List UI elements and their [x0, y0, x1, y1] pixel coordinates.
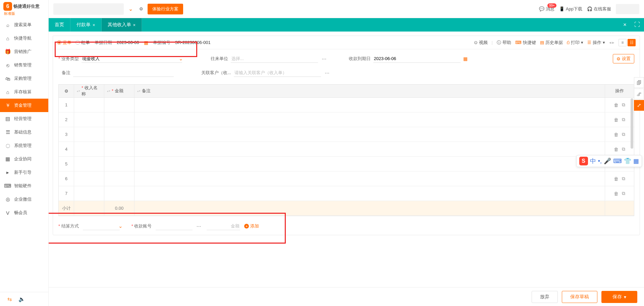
ime-toolbox-icon[interactable]: ▦ — [633, 157, 639, 165]
delete-icon[interactable]: 🗑 — [614, 117, 619, 122]
copy-icon[interactable]: ⧉ — [622, 191, 625, 196]
cell-amount[interactable] — [104, 127, 135, 142]
sidebar-item-basicinfo[interactable]: ☰基础信息 — [0, 125, 48, 139]
party-input[interactable] — [231, 55, 318, 63]
calendar-icon[interactable]: ▦ — [144, 40, 148, 45]
discard-button[interactable]: 放弃 — [532, 291, 558, 303]
fullscreen-button[interactable]: ⛶ — [631, 18, 643, 32]
sidebar-item-marketing[interactable]: 🎁营销推广 — [0, 45, 48, 58]
settle-method-input[interactable] — [83, 222, 120, 230]
table-row[interactable]: 4🗑⧉ — [59, 142, 634, 157]
sidebar-item-vip[interactable]: V畅会员 — [0, 206, 48, 219]
cell-amount[interactable] — [104, 112, 135, 127]
close-icon[interactable]: × — [133, 22, 136, 28]
next-button[interactable]: ▸ — [612, 40, 614, 45]
copy-icon[interactable]: ⧉ — [622, 146, 625, 152]
sidebar-item-inventory[interactable]: ⌂库存核算 — [0, 85, 48, 99]
biz-type-input[interactable] — [82, 55, 182, 63]
sidebar-item-operation[interactable]: ▤经营管理 — [0, 112, 48, 125]
calendar-icon[interactable]: ▦ — [463, 56, 468, 61]
delete-icon[interactable]: 🗑 — [614, 147, 619, 152]
history-link[interactable]: ▤历史单据 — [540, 40, 563, 46]
radio-red[interactable]: 红单 — [75, 40, 90, 46]
rail-note-button[interactable]: 🗐 — [634, 77, 644, 88]
cell-amount[interactable] — [104, 157, 135, 171]
cell-remark[interactable] — [135, 127, 605, 142]
video-link[interactable]: ⊙视频 — [474, 40, 488, 46]
gear-icon[interactable]: ⚙ — [64, 89, 68, 94]
settings-icon[interactable]: ⚙ — [138, 5, 145, 13]
sidebar-item-funds[interactable]: ￥资金管理 — [0, 99, 48, 112]
ime-keyboard-icon[interactable]: ⌨ — [613, 157, 622, 165]
delete-icon[interactable]: 🗑 — [614, 102, 619, 108]
cell-income-name[interactable] — [74, 157, 104, 171]
user-avatar[interactable] — [616, 4, 639, 14]
lookup-icon[interactable]: ··· — [321, 56, 328, 61]
lookup-icon[interactable]: ··· — [324, 70, 331, 75]
cell-remark[interactable] — [135, 142, 605, 156]
delete-icon[interactable]: 🗑 — [614, 176, 619, 182]
save-button[interactable]: 保存▾ — [601, 291, 637, 303]
sidebar-item-hardware[interactable]: ⌨智能硬件 — [0, 179, 48, 193]
sidebar-item-quicknav[interactable]: ⌂快捷导航 — [0, 32, 48, 45]
sidebar-item-search[interactable]: ⌕搜索菜单 — [0, 18, 48, 32]
sidebar-item-purchase[interactable]: 🛍采购管理 — [0, 72, 48, 85]
ime-lang-button[interactable]: 中 — [590, 157, 596, 165]
tab-other-income[interactable]: 其他收入单× — [102, 18, 142, 32]
cell-remark[interactable] — [135, 112, 605, 127]
cell-remark[interactable] — [135, 171, 605, 186]
copy-icon[interactable]: ⧉ — [622, 132, 625, 137]
messages-button[interactable]: 💬 消息 99+ — [539, 6, 554, 12]
chevron-down-icon[interactable]: ⌄ — [126, 6, 135, 12]
rel-customer-input[interactable] — [234, 69, 321, 77]
sound-icon[interactable]: 🔈 — [18, 296, 25, 302]
chevron-down-icon[interactable]: ⌄ — [118, 223, 123, 229]
cell-amount[interactable] — [104, 98, 135, 112]
tab-payment[interactable]: 付款单× — [70, 18, 102, 32]
table-row[interactable]: 3🗑⧉ — [59, 127, 634, 142]
sort-icon[interactable]: ▴▾ — [107, 90, 110, 92]
save-draft-button[interactable]: 保存草稿 — [562, 291, 597, 303]
lookup-icon[interactable]: ··· — [195, 224, 203, 229]
copy-icon[interactable]: ⧉ — [622, 176, 625, 182]
delete-icon[interactable]: 🗑 — [614, 132, 619, 137]
cell-amount[interactable] — [104, 186, 135, 201]
sidebar-item-collab[interactable]: ▦企业协同 — [0, 152, 48, 166]
cell-amount[interactable] — [104, 142, 135, 156]
cell-income-name[interactable] — [74, 98, 104, 112]
due-date-input[interactable] — [373, 55, 461, 63]
cell-amount[interactable] — [104, 171, 135, 186]
table-row[interactable]: 6🗑⧉ — [59, 171, 634, 186]
support-button[interactable]: 🎧在线客服 — [587, 6, 611, 12]
try-industry-button[interactable]: 体验行业方案 — [148, 4, 183, 14]
table-row[interactable]: 1🗑⧉ — [59, 98, 634, 112]
doc-date-value[interactable]: 2023-06-06 — [117, 40, 139, 45]
copy-icon[interactable]: ⧉ — [622, 102, 625, 108]
cell-income-name[interactable] — [74, 112, 104, 127]
form-settings-button[interactable]: ⚙设置 — [613, 54, 634, 63]
settle-amount-input[interactable] — [207, 222, 240, 230]
cell-income-name[interactable] — [74, 186, 104, 201]
sort-icon[interactable]: ▴▾ — [137, 90, 141, 92]
view-detail-button[interactable]: ☷ — [628, 39, 636, 46]
cell-income-name[interactable] — [74, 142, 104, 156]
delete-icon[interactable]: 🗑 — [614, 191, 619, 196]
cell-remark[interactable] — [135, 186, 605, 201]
rail-expand-button[interactable]: ⤢ — [634, 100, 644, 111]
tab-home[interactable]: 首页 — [49, 18, 70, 32]
table-row[interactable]: 7🗑⧉ — [59, 186, 634, 201]
sidebar-item-system[interactable]: ◌系统管理 — [0, 139, 48, 152]
shortcut-link[interactable]: ⌨快捷键 — [515, 40, 536, 46]
ops-link[interactable]: ☰操作▾ — [587, 40, 605, 46]
ime-skin-icon[interactable]: 👕 — [624, 157, 631, 165]
scrollbar[interactable] — [631, 98, 633, 149]
ime-mic-icon[interactable]: 🎤 — [604, 157, 611, 165]
sidebar-item-wechat[interactable]: ◎企业微信 — [0, 193, 48, 206]
close-icon[interactable]: × — [93, 22, 95, 28]
ime-toolbar[interactable]: S 中 •, 🎤 ⌨ 👕 ▦ — [576, 155, 642, 167]
sidebar-item-guide[interactable]: ▸新手引导 — [0, 166, 48, 179]
remark-input[interactable] — [73, 69, 174, 77]
company-selector[interactable] — [53, 3, 124, 15]
collapse-icon[interactable]: ⇆ — [7, 296, 12, 302]
ime-punct-button[interactable]: •, — [598, 158, 602, 165]
